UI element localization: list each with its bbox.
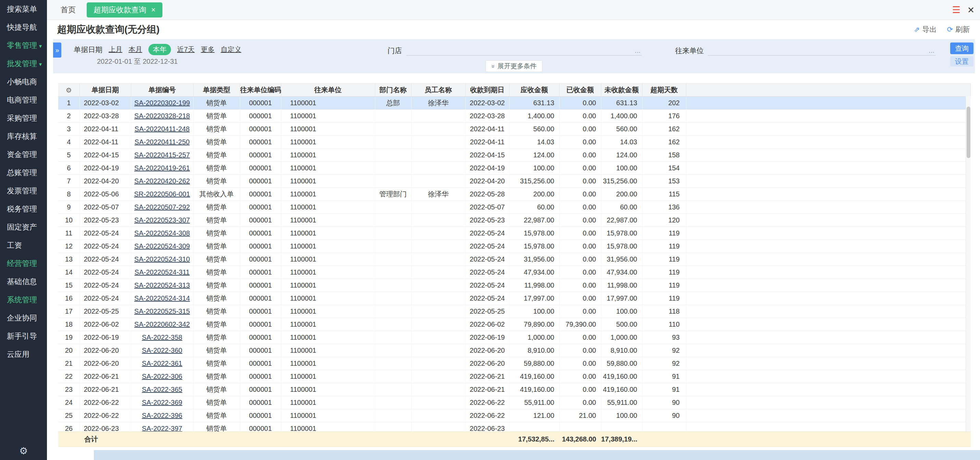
table-row[interactable]: 12022-03-02SA-20220302-199销货单00000111000… bbox=[58, 97, 971, 110]
export-button[interactable]: ⇗ 导出 bbox=[914, 25, 937, 34]
table-row[interactable]: 242022-06-22SA-2022-369销货单00000111000012… bbox=[58, 396, 971, 409]
sidebar-item[interactable]: 搜索菜单 bbox=[0, 0, 47, 18]
column-settings-icon[interactable]: ⚙ bbox=[58, 84, 80, 97]
date-range-value[interactable]: 2022-01-01 至 2022-12-31 bbox=[97, 57, 178, 66]
sidebar-item[interactable]: 工资 bbox=[0, 236, 47, 254]
document-link[interactable]: SA-20220524-309 bbox=[134, 242, 190, 250]
document-link[interactable]: SA-2022-397 bbox=[142, 425, 182, 431]
sidebar-item[interactable]: 采购管理 bbox=[0, 109, 47, 127]
document-link[interactable]: SA-20220524-314 bbox=[134, 294, 190, 302]
table-row[interactable]: 142022-05-24SA-20220524-311销货单0000011100… bbox=[58, 266, 971, 279]
sidebar-item[interactable]: 系统管理 bbox=[0, 291, 47, 309]
sidebar-item[interactable]: 小畅电商 bbox=[0, 73, 47, 91]
table-row[interactable]: 202022-06-20SA-2022-360销货单00000111000012… bbox=[58, 344, 971, 357]
table-row[interactable]: 102022-05-23SA-20220523-307销货单0000011100… bbox=[58, 214, 971, 227]
store-input[interactable]: ... bbox=[406, 45, 642, 56]
document-link[interactable]: SA-2022-365 bbox=[142, 386, 182, 393]
expand-more-conditions-button[interactable]: » 展开更多条件 bbox=[485, 60, 542, 72]
sidebar-item[interactable]: 库存核算 bbox=[0, 127, 47, 145]
table-row[interactable]: 262022-06-23SA-2022-397销货单00000111000012… bbox=[58, 422, 971, 432]
sidebar-item[interactable]: 发票管理 bbox=[0, 181, 47, 200]
table-row[interactable]: 32022-04-11SA-20220411-248销货单00000111000… bbox=[58, 123, 971, 136]
document-link[interactable]: SA-2022-358 bbox=[142, 334, 182, 341]
document-link[interactable]: SA-20220524-310 bbox=[134, 255, 190, 263]
date-quick-option[interactable]: 上月 bbox=[109, 45, 123, 54]
document-link[interactable]: SA-2022-306 bbox=[142, 372, 182, 380]
table-row[interactable]: 152022-05-24SA-20220524-313销货单0000011100… bbox=[58, 279, 971, 292]
sidebar-item[interactable]: 零售管理▾ bbox=[0, 36, 47, 54]
document-link[interactable]: SA-20220525-315 bbox=[134, 307, 190, 315]
tab-close-icon[interactable]: × bbox=[151, 6, 156, 14]
sidebar-item[interactable]: 经营管理 bbox=[0, 254, 47, 272]
sidebar-item[interactable]: 批发管理▾ bbox=[0, 54, 47, 73]
date-quick-option[interactable]: 本年 bbox=[148, 44, 171, 55]
table-row[interactable]: 192022-06-19SA-2022-358销货单00000111000012… bbox=[58, 331, 971, 344]
cell: 1100001 bbox=[281, 97, 375, 110]
document-link[interactable]: SA-20220523-307 bbox=[134, 216, 190, 224]
sidebar-item[interactable]: 税务管理 bbox=[0, 200, 47, 218]
document-link[interactable]: SA-20220420-262 bbox=[134, 177, 190, 185]
document-link[interactable]: SA-20220602-342 bbox=[134, 320, 190, 328]
sidebar-item[interactable]: 电商管理 bbox=[0, 91, 47, 109]
table-row[interactable]: 232022-06-21SA-2022-365销货单00000111000012… bbox=[58, 383, 971, 396]
table-row[interactable]: 52022-04-15SA-20220415-257销货单00000111000… bbox=[58, 149, 971, 162]
table-row[interactable]: 252022-06-22SA-2022-396销货单00000111000012… bbox=[58, 409, 971, 422]
table-row[interactable]: 182022-06-02SA-20220602-342销货单0000011100… bbox=[58, 318, 971, 331]
menu-icon[interactable]: ☰ bbox=[952, 5, 961, 16]
table-row[interactable]: 132022-05-24SA-20220524-310销货单0000011100… bbox=[58, 253, 971, 266]
sidebar-item[interactable]: 基础信息 bbox=[0, 272, 47, 291]
table-row[interactable]: 112022-05-24SA-20220524-308销货单0000011100… bbox=[58, 227, 971, 240]
settings-gear-icon[interactable]: ⚙ bbox=[0, 445, 47, 457]
table-row[interactable]: 212022-06-20SA-2022-361销货单00000111000012… bbox=[58, 357, 971, 370]
table-row[interactable]: 72022-04-20SA-20220420-262销货单00000111000… bbox=[58, 175, 971, 188]
sidebar-item[interactable]: 资金管理 bbox=[0, 145, 47, 164]
document-link[interactable]: SA-2022-360 bbox=[142, 347, 182, 354]
settings-button[interactable]: 设置 bbox=[950, 56, 974, 67]
table-row[interactable]: 162022-05-24SA-20220524-314销货单0000011100… bbox=[58, 292, 971, 305]
date-quick-option[interactable]: 本月 bbox=[129, 45, 142, 54]
scrollbar-thumb[interactable] bbox=[967, 107, 970, 158]
refresh-button[interactable]: ⟳ 刷新 bbox=[947, 25, 970, 34]
document-link[interactable]: SA-20220302-199 bbox=[134, 99, 190, 107]
date-quick-option[interactable]: 更多 bbox=[201, 45, 215, 54]
date-quick-option[interactable]: 近7天 bbox=[177, 45, 195, 54]
table-row[interactable]: 92022-05-07SA-20220507-292销货单00000111000… bbox=[58, 201, 971, 214]
sidebar-item[interactable]: 新手引导 bbox=[0, 327, 47, 345]
table-row[interactable]: 222022-06-21SA-2022-306销货单00000111000012… bbox=[58, 370, 971, 383]
document-link[interactable]: SA-20220507-292 bbox=[134, 203, 190, 211]
document-link[interactable]: SA-20220524-311 bbox=[135, 268, 190, 276]
document-link[interactable]: SA-2022-361 bbox=[142, 360, 182, 367]
tab-home[interactable]: 首页 bbox=[52, 5, 84, 15]
table-row[interactable]: 22022-03-28SA-20220328-218销货单00000111000… bbox=[58, 110, 971, 123]
collapse-filter-button[interactable]: » bbox=[53, 43, 61, 57]
document-link[interactable]: SA-20220524-308 bbox=[134, 229, 190, 237]
customer-input[interactable]: ... bbox=[708, 45, 936, 56]
document-link[interactable]: SA-20220415-257 bbox=[134, 151, 190, 159]
sidebar-item[interactable]: 企业协同 bbox=[0, 309, 47, 327]
sidebar-item[interactable]: 云应用 bbox=[0, 345, 47, 363]
sidebar-item[interactable]: 快捷导航 bbox=[0, 18, 47, 36]
search-button[interactable]: 查询 bbox=[950, 43, 974, 54]
document-link[interactable]: SA-20220328-218 bbox=[134, 112, 190, 119]
table-row[interactable]: 172022-05-25SA-20220525-315销货单0000011100… bbox=[58, 305, 971, 318]
document-link[interactable]: SA-20220411-250 bbox=[135, 138, 190, 146]
document-link[interactable]: SA-2022-396 bbox=[142, 412, 182, 419]
document-link[interactable]: SA-20220524-313 bbox=[134, 282, 190, 289]
sidebar-item[interactable]: 固定资产 bbox=[0, 218, 47, 236]
document-link[interactable]: SA-20220411-248 bbox=[135, 125, 190, 133]
document-link[interactable]: SA-20220419-261 bbox=[134, 164, 190, 172]
vertical-scrollbar[interactable] bbox=[966, 96, 971, 431]
table-row[interactable]: 42022-04-11SA-20220411-250销货单00000111000… bbox=[58, 136, 971, 149]
document-link[interactable]: SR-20220506-001 bbox=[134, 190, 190, 198]
date-quick-option[interactable]: 自定义 bbox=[221, 45, 241, 54]
table-row[interactable]: 62022-04-19SA-20220419-261销货单00000111000… bbox=[58, 162, 971, 175]
document-link[interactable]: SA-2022-369 bbox=[142, 399, 182, 406]
table-row[interactable]: 82022-05-06SR-20220506-001其他收入单000001110… bbox=[58, 188, 971, 201]
tab-active[interactable]: 超期应收款查询 × bbox=[87, 2, 162, 18]
customer-picker-icon[interactable]: ... bbox=[929, 47, 934, 54]
store-picker-icon[interactable]: ... bbox=[635, 47, 640, 54]
close-icon[interactable]: ✕ bbox=[967, 5, 975, 15]
cell: 153 bbox=[642, 175, 686, 188]
sidebar-item[interactable]: 总账管理 bbox=[0, 164, 47, 181]
table-row[interactable]: 122022-05-24SA-20220524-309销货单0000011100… bbox=[58, 240, 971, 253]
